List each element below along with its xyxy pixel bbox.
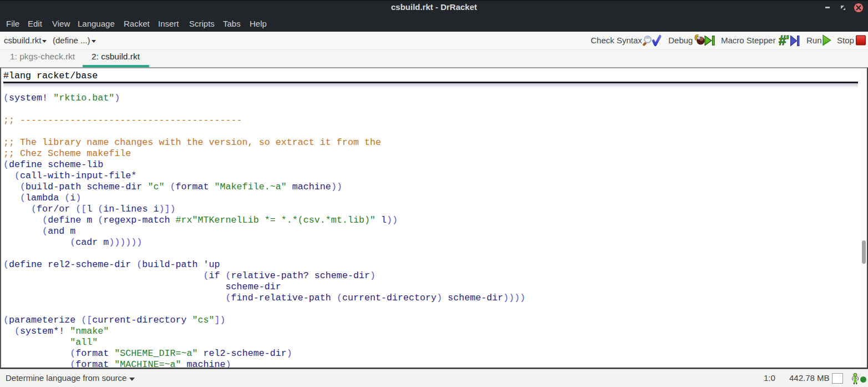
svg-text:#': #'	[779, 33, 789, 48]
